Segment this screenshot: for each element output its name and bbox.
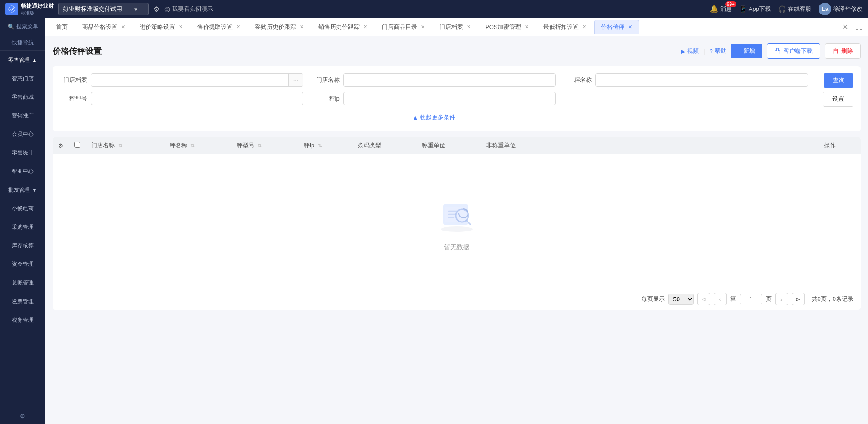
sidebar-item-xiao-chang-ecom[interactable]: 小畅电商 <box>2 200 44 217</box>
sidebar-quick-nav[interactable]: 快捷导航 <box>0 35 45 51</box>
page-actions: ▶ 视频 | ? 帮助 + 新增 凸 客户端下载 <box>681 43 861 59</box>
add-button[interactable]: + 新增 <box>731 44 762 58</box>
store-file-trigger-btn[interactable]: ··· <box>288 74 303 86</box>
store-name-input[interactable] <box>343 73 556 87</box>
field-store-name: 门店名称 <box>312 73 556 87</box>
gear-icon[interactable]: ⚙ <box>58 142 63 149</box>
select-all-checkbox[interactable] <box>74 142 80 148</box>
last-page-button[interactable]: ⊳ <box>792 293 805 305</box>
svg-point-1 <box>441 226 473 232</box>
tab-expand-icon[interactable]: ⛶ <box>853 22 864 32</box>
collapse-btn[interactable]: ▲ 收起更多条件 <box>60 111 808 124</box>
sidebar-search[interactable]: 🔍 搜索菜单 <box>0 18 45 35</box>
tab-close-icon[interactable]: ✕ <box>582 24 586 30</box>
sidebar-item-tax-mgmt[interactable]: 税务管理 <box>2 312 44 328</box>
col-scale-model: 秤型号 ⇅ <box>231 137 298 154</box>
sidebar-item-invoice-mgmt[interactable]: 发票管理 <box>2 293 44 310</box>
scale-model-input[interactable] <box>91 92 303 105</box>
bell-icon: 🔔 <box>710 5 718 13</box>
page-content: 价格传秤设置 ▶ 视频 | ? 帮助 + 新增 <box>45 36 868 424</box>
demo-link[interactable]: ◎ 我要看实例演示 <box>164 5 213 13</box>
per-page-label: 每页显示 <box>641 295 665 303</box>
tab-home[interactable]: 首页 <box>49 20 74 34</box>
tab-close-icon[interactable]: ✕ <box>121 24 125 30</box>
sort-icon[interactable]: ⇅ <box>190 143 195 148</box>
scale-ip-label: 秤ip <box>312 95 340 103</box>
tab-sale-price-extract[interactable]: 售价提取设置 ✕ <box>190 20 247 34</box>
set-button[interactable]: 设置 <box>823 92 853 107</box>
table-body: 暂无数据 <box>53 154 861 288</box>
sidebar-settings-icon[interactable]: ⚙ <box>0 408 45 424</box>
next-page-button[interactable]: › <box>775 293 788 305</box>
sort-icon[interactable]: ⇅ <box>258 143 262 148</box>
scale-model-label: 秤型号 <box>60 95 87 103</box>
logo-text: 畅捷通好业财 标准版 <box>21 2 54 16</box>
sort-icon[interactable]: ⇅ <box>118 143 122 148</box>
sidebar-item-funds-mgmt[interactable]: 资金管理 <box>2 256 44 273</box>
sidebar-item-inventory[interactable]: 库存核算 <box>2 237 44 254</box>
prev-page-button[interactable]: ‹ <box>714 293 727 305</box>
notice-button[interactable]: 🔔 消息 99+ <box>710 5 732 13</box>
sidebar-item-purchase-mgmt[interactable]: 采购管理 <box>2 219 44 236</box>
headset-icon: 🎧 <box>778 5 786 13</box>
scale-ip-input[interactable] <box>343 92 556 105</box>
sidebar-item-smart-store[interactable]: 智慧门店 <box>2 70 44 87</box>
page-label: 算 <box>730 295 736 303</box>
tab-close-all-icon[interactable]: ✕ <box>840 22 850 32</box>
sidebar-item-wholesale-management[interactable]: 批发管理 ▼ <box>2 182 44 198</box>
play-icon: ▶ <box>681 48 685 55</box>
page-title: 价格传秤设置 <box>53 46 102 57</box>
collapse-up-icon: ▲ <box>413 114 419 121</box>
form-row-2: 秤型号 秤ip <box>60 92 808 105</box>
online-service-button[interactable]: 🎧 在线客服 <box>778 5 811 13</box>
total-info: 共0页，0条记录 <box>812 295 853 303</box>
query-button[interactable]: 查询 <box>824 73 853 88</box>
user-menu-button[interactable]: Ea 徐泽华修改 <box>819 3 863 15</box>
help-link[interactable]: ? 帮助 <box>710 47 727 55</box>
page-suffix: 页 <box>766 295 772 303</box>
tab-price-scale[interactable]: 价格传秤 ✕ <box>594 20 639 34</box>
page-input[interactable] <box>740 294 762 304</box>
tab-close-icon[interactable]: ✕ <box>363 24 367 30</box>
tab-close-icon[interactable]: ✕ <box>467 24 471 30</box>
tab-purchase-history[interactable]: 采购历史价跟踪 ✕ <box>248 20 311 34</box>
tab-close-icon[interactable]: ✕ <box>236 24 240 30</box>
tab-store-catalog[interactable]: 门店商品目录 ✕ <box>375 20 432 34</box>
sidebar-item-general-ledger[interactable]: 总账管理 <box>2 275 44 291</box>
sidebar-item-member-center[interactable]: 会员中心 <box>2 126 44 143</box>
avatar: Ea <box>819 3 831 15</box>
main-body: 🔍 搜索菜单 快捷导航 零售管理 ▲ 智慧门店 零售商城 营销推广 会员中心 <box>0 18 868 424</box>
sidebar-item-marketing[interactable]: 营销推广 <box>2 107 44 124</box>
delete-button[interactable]: 自 删除 <box>825 43 861 59</box>
tab-close-icon[interactable]: ✕ <box>300 24 304 30</box>
sidebar-item-retail-mall[interactable]: 零售商城 <box>2 89 44 106</box>
sidebar-item-help-center[interactable]: 帮助中心 <box>2 163 44 180</box>
tab-product-price[interactable]: 商品价格设置 ✕ <box>75 20 132 34</box>
per-page-select[interactable]: 50 10 20 100 <box>668 294 694 305</box>
first-page-button[interactable]: ⊲ <box>697 293 710 305</box>
tab-min-discount[interactable]: 最低折扣设置 ✕ <box>536 20 593 34</box>
col-store-name: 门店名称 ⇅ <box>86 137 164 154</box>
page-header: 价格传秤设置 ▶ 视频 | ? 帮助 + 新增 <box>53 43 861 59</box>
tab-close-icon[interactable]: ✕ <box>525 24 529 30</box>
tab-sales-history[interactable]: 销售历史价跟踪 ✕ <box>312 20 374 34</box>
sidebar-item-retail-management[interactable]: 零售管理 ▲ <box>2 52 44 68</box>
tab-pos-encryption[interactable]: POS加密管理 ✕ <box>478 20 536 34</box>
video-link[interactable]: ▶ 视频 <box>681 47 699 55</box>
tab-close-icon[interactable]: ✕ <box>179 24 183 30</box>
client-download-button[interactable]: 凸 客户端下载 <box>767 43 820 59</box>
notice-badge: 99+ <box>725 1 736 7</box>
tab-close-icon[interactable]: ✕ <box>628 24 632 30</box>
scale-name-input[interactable] <box>595 73 808 87</box>
tab-purchase-strategy[interactable]: 进价策略设置 ✕ <box>133 20 190 34</box>
tab-store-file[interactable]: 门店档案 ✕ <box>433 20 478 34</box>
settings-icon[interactable]: ⚙ <box>153 5 160 14</box>
tab-close-icon[interactable]: ✕ <box>421 24 425 30</box>
version-selector[interactable]: 好业财标准版交付试用 ▾ <box>58 3 149 15</box>
empty-text: 暂无数据 <box>444 243 469 251</box>
sort-icon[interactable]: ⇅ <box>318 143 322 148</box>
top-bar-left: 畅捷通好业财 标准版 好业财标准版交付试用 ▾ ⚙ ◎ 我要看实例演示 <box>5 2 213 16</box>
app-download-button[interactable]: 📱 App下载 <box>739 5 771 13</box>
sidebar-item-retail-stats[interactable]: 零售统计 <box>2 145 44 161</box>
store-file-input[interactable] <box>91 74 288 86</box>
